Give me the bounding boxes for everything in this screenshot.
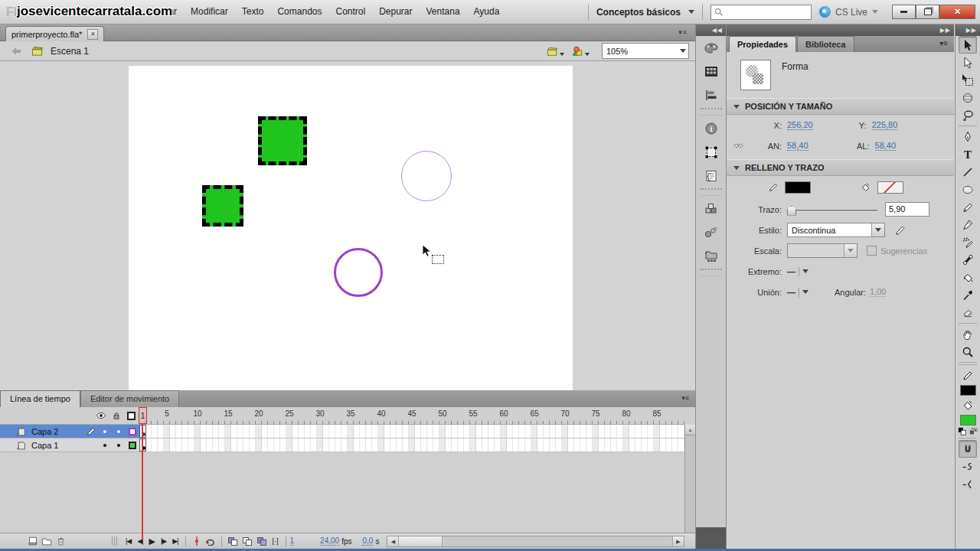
tab-editor-de-movimiento[interactable]: Editor de movimiento: [80, 390, 179, 407]
zoom-level-combo[interactable]: 105%: [602, 43, 689, 59]
panel-menu-icon[interactable]: ▾≡: [939, 39, 948, 47]
tool-eyedropper[interactable]: [959, 286, 977, 304]
tool-oval[interactable]: [959, 181, 977, 198]
lock-layers-icon[interactable]: [110, 409, 122, 422]
timeline-horizontal-scrollbar[interactable]: ◀ ▶: [387, 536, 684, 547]
outline-layers-icon[interactable]: [125, 409, 137, 422]
scroll-right-icon[interactable]: ▶: [672, 536, 684, 546]
stroke-style-combo[interactable]: Discontinua: [787, 223, 885, 237]
layer-outline-swatch[interactable]: [126, 442, 139, 449]
dock-panel-code-snippets[interactable]: {: [696, 164, 726, 187]
menu-texto[interactable]: Texto: [235, 0, 271, 24]
tool-pen[interactable]: [959, 128, 977, 145]
restore-button[interactable]: [916, 5, 939, 19]
document-tab[interactable]: primerproyecto.fla* ✕: [5, 26, 104, 42]
cap-selector[interactable]: —: [787, 267, 808, 276]
y-value[interactable]: 225,80: [872, 120, 898, 130]
dock-panel-project[interactable]: [696, 244, 726, 268]
frame-rate-value[interactable]: 24,00: [320, 536, 339, 546]
tool-pencil[interactable]: [959, 198, 977, 216]
resize-grip[interactable]: [112, 536, 118, 546]
layer-lock-dot[interactable]: [112, 430, 126, 433]
stage[interactable]: [129, 66, 573, 390]
swap-colors-icon[interactable]: [969, 427, 978, 436]
play-button[interactable]: ▶: [146, 536, 158, 546]
tool-3d-rotation[interactable]: [959, 89, 977, 106]
tools-collapse-header[interactable]: ▶▶: [956, 24, 980, 36]
dock-panel-components[interactable]: [696, 197, 726, 220]
timeline-panel-menu-icon[interactable]: ▾≡: [681, 394, 689, 402]
back-arrow-icon[interactable]: [11, 47, 21, 56]
fill-color-swatch[interactable]: [960, 415, 976, 425]
width-value[interactable]: 58,40: [787, 141, 808, 151]
tab-bar-menu-icon[interactable]: ▾≡: [678, 28, 688, 36]
frame-row-capa1[interactable]: [139, 439, 684, 452]
section-fill-stroke[interactable]: RELLENO Y TRAZO: [727, 159, 954, 176]
playhead-frame-number[interactable]: 1: [139, 407, 147, 424]
tool-brush[interactable]: [959, 216, 977, 233]
timeline-vertical-scrollbar[interactable]: ▲: [684, 425, 695, 540]
lock-dimensions-icon[interactable]: [733, 140, 744, 152]
onion-skin-button[interactable]: [228, 537, 238, 546]
tab-biblioteca[interactable]: Biblioteca: [797, 36, 854, 52]
tool-text[interactable]: T: [959, 145, 977, 163]
layer-lock-dot[interactable]: [112, 444, 126, 447]
menu-ayuda[interactable]: Ayuda: [467, 0, 507, 24]
tool-zoom[interactable]: [959, 343, 977, 360]
menu-depurar[interactable]: Depurar: [372, 0, 419, 24]
delete-layer-button[interactable]: [54, 535, 67, 547]
scroll-up-icon[interactable]: ▲: [685, 425, 695, 435]
tool-option-snap-magnet[interactable]: [959, 440, 977, 458]
show-hide-layers-icon[interactable]: [95, 409, 107, 422]
new-folder-button[interactable]: [40, 535, 54, 547]
new-layer-button[interactable]: [26, 535, 40, 547]
search-input[interactable]: [710, 5, 812, 20]
x-value[interactable]: 256,20: [787, 120, 813, 130]
current-frame-value[interactable]: 1: [290, 536, 295, 546]
close-button[interactable]: ✕: [939, 5, 975, 19]
height-value[interactable]: 58,40: [875, 141, 897, 151]
tool-free-transform[interactable]: [959, 71, 977, 89]
stroke-weight-input[interactable]: 5,90: [885, 202, 929, 217]
tool-hand[interactable]: [959, 325, 977, 343]
join-selector[interactable]: —: [787, 288, 808, 297]
tab-propiedades[interactable]: Propiedades: [729, 36, 796, 52]
layer-visibility-dot[interactable]: [98, 444, 112, 447]
tool-lasso[interactable]: [959, 106, 977, 124]
cs-live-button[interactable]: CS Live: [819, 6, 878, 18]
step-forward-button[interactable]: |▶: [158, 537, 169, 545]
menu-ventana[interactable]: Ventana: [420, 0, 467, 24]
stroke-color-swatch[interactable]: [960, 385, 976, 396]
dock-collapse-header[interactable]: ◀◀: [696, 24, 726, 36]
menu-comandos[interactable]: Comandos: [270, 0, 328, 24]
dock-panel-swatches[interactable]: [696, 60, 726, 83]
onion-skin-outlines-button[interactable]: [243, 537, 253, 546]
fill-color-swatch[interactable]: [877, 181, 903, 194]
edit-scene-button[interactable]: [544, 45, 566, 57]
center-frame-button[interactable]: [190, 535, 204, 547]
shape-purple-circle-2[interactable]: [334, 248, 383, 297]
tool-selection[interactable]: [959, 36, 977, 54]
elapsed-time-value[interactable]: 0,0: [362, 536, 373, 546]
menu-modificar[interactable]: Modificar: [184, 0, 235, 24]
shape-green-square-1[interactable]: [258, 116, 307, 165]
tool-paint-bucket[interactable]: [959, 269, 977, 286]
props-collapse-header[interactable]: ▶▶: [727, 24, 954, 36]
miter-value[interactable]: 1,00: [870, 287, 886, 297]
menu-control[interactable]: Control: [328, 0, 372, 24]
layer-row-capa2[interactable]: Capa 2: [0, 425, 139, 439]
scroll-left-icon[interactable]: ◀: [387, 536, 399, 546]
loop-button[interactable]: [204, 535, 217, 547]
tool-subselection[interactable]: [959, 54, 977, 71]
tab-linea-de-tiempo[interactable]: Línea de tiempo: [0, 390, 80, 407]
dock-panel-motion-presets[interactable]: [696, 220, 726, 244]
workspace-switcher[interactable]: Conceptos básicos: [596, 7, 694, 18]
layer-outline-swatch[interactable]: [126, 428, 139, 435]
tool-line[interactable]: [959, 163, 977, 181]
minimize-button[interactable]: [892, 5, 916, 19]
tool-option-straighten[interactable]: [959, 475, 977, 493]
scrollbar-thumb[interactable]: [399, 536, 443, 546]
stroke-weight-slider[interactable]: [787, 205, 877, 214]
dock-panel-transform[interactable]: [696, 140, 726, 164]
shape-green-square-2[interactable]: [202, 185, 243, 227]
